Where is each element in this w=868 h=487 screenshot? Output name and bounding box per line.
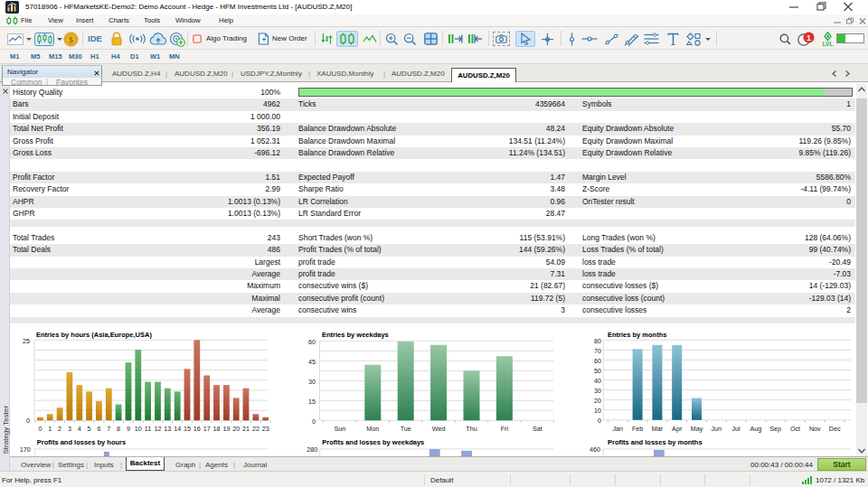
svg-text:30: 30 bbox=[308, 378, 316, 386]
svg-text:9: 9 bbox=[127, 425, 130, 433]
svg-text:Jan: Jan bbox=[613, 425, 624, 433]
svg-text:60: 60 bbox=[594, 357, 601, 365]
svg-text:15: 15 bbox=[308, 398, 316, 406]
svg-text:13: 13 bbox=[164, 425, 171, 433]
svg-text:0: 0 bbox=[312, 417, 316, 426]
svg-text:2: 2 bbox=[58, 425, 61, 433]
svg-text:Fri: Fri bbox=[501, 425, 509, 433]
svg-text:45: 45 bbox=[308, 358, 316, 366]
svg-text:20: 20 bbox=[232, 425, 240, 433]
svg-text:Mar: Mar bbox=[652, 425, 664, 433]
svg-text:460: 460 bbox=[590, 445, 600, 454]
svg-text:1: 1 bbox=[48, 425, 52, 433]
svg-text:15: 15 bbox=[184, 425, 191, 433]
svg-text:6: 6 bbox=[97, 425, 100, 433]
svg-text:20: 20 bbox=[594, 397, 601, 405]
svg-text:10: 10 bbox=[135, 425, 142, 433]
svg-text:May: May bbox=[691, 425, 703, 433]
svg-text:Tue: Tue bbox=[401, 425, 411, 433]
svg-text:4: 4 bbox=[78, 425, 81, 433]
svg-text:Aug: Aug bbox=[750, 425, 762, 433]
svg-text:3: 3 bbox=[68, 425, 71, 433]
svg-text:Jul: Jul bbox=[731, 425, 741, 433]
svg-text:5: 5 bbox=[88, 425, 91, 433]
svg-text:Sep: Sep bbox=[769, 425, 781, 433]
svg-text:22: 22 bbox=[252, 425, 259, 433]
svg-text:Mon: Mon bbox=[366, 425, 379, 433]
svg-text:0: 0 bbox=[598, 417, 601, 425]
svg-text:18: 18 bbox=[213, 425, 221, 433]
svg-text:23: 23 bbox=[262, 425, 269, 433]
svg-text:Sat: Sat bbox=[533, 425, 542, 433]
svg-text:60: 60 bbox=[308, 338, 316, 346]
svg-text:LVL: LVL bbox=[823, 41, 834, 47]
svg-text:170: 170 bbox=[20, 445, 31, 454]
svg-text:$: $ bbox=[69, 35, 73, 44]
svg-text:80: 80 bbox=[594, 337, 601, 345]
svg-text:Wed: Wed bbox=[432, 425, 446, 433]
svg-text:Feb: Feb bbox=[632, 425, 643, 433]
svg-text:12: 12 bbox=[155, 425, 162, 433]
svg-text:8: 8 bbox=[117, 425, 120, 433]
svg-text:Oct: Oct bbox=[790, 425, 800, 433]
svg-text:21: 21 bbox=[242, 425, 250, 433]
svg-text:11: 11 bbox=[145, 425, 151, 433]
svg-text:0: 0 bbox=[26, 417, 30, 425]
svg-text:Entries by months: Entries by months bbox=[608, 331, 666, 339]
svg-text:17: 17 bbox=[203, 425, 211, 433]
svg-text:Thu: Thu bbox=[466, 425, 476, 433]
svg-text:19: 19 bbox=[222, 425, 230, 433]
svg-text:Sun: Sun bbox=[335, 425, 346, 433]
svg-text:25: 25 bbox=[23, 337, 30, 345]
svg-text:Entries by hours (Asia,Europe,: Entries by hours (Asia,Europe,USA) bbox=[36, 331, 152, 339]
svg-text:Profits and losses by weekdays: Profits and losses by weekdays bbox=[322, 438, 424, 446]
svg-text:Profits and losses by months: Profits and losses by months bbox=[608, 438, 703, 446]
svg-text:Jun: Jun bbox=[712, 425, 722, 433]
svg-text:1: 1 bbox=[807, 33, 811, 42]
svg-text:Profits and losses by hours: Profits and losses by hours bbox=[37, 438, 126, 446]
svg-text:7: 7 bbox=[107, 425, 110, 433]
svg-text:10: 10 bbox=[594, 407, 601, 415]
svg-text:280: 280 bbox=[307, 445, 317, 454]
svg-text:14: 14 bbox=[174, 425, 181, 433]
svg-text:30: 30 bbox=[594, 387, 601, 395]
svg-text:50: 50 bbox=[594, 367, 601, 375]
svg-text:Nov: Nov bbox=[809, 425, 821, 433]
svg-text:16: 16 bbox=[193, 425, 201, 433]
svg-text:Apr: Apr bbox=[672, 425, 683, 433]
svg-text:70: 70 bbox=[594, 347, 601, 355]
svg-text:Entries by weekdays: Entries by weekdays bbox=[322, 331, 389, 339]
svg-text:0: 0 bbox=[38, 425, 42, 433]
svg-text:Dec: Dec bbox=[829, 425, 841, 433]
svg-text:40: 40 bbox=[594, 377, 601, 385]
